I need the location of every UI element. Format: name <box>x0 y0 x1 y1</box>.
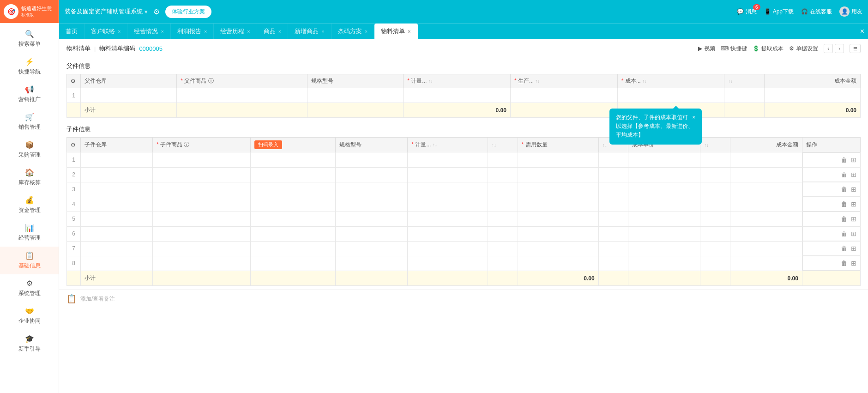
tab-barcode-close[interactable]: × <box>365 29 368 34</box>
logo-sub: 标准版 <box>21 12 52 18</box>
nav-tabs: 首页 客户联络 × 经营情况 × 利润报告 × 经营历程 × 商品 × 新增商品… <box>59 23 868 39</box>
logo-icon: 🎯 <box>4 4 18 19</box>
tab-profit[interactable]: 利润报告 × <box>171 24 214 39</box>
app-download-button[interactable]: 📱 App下载 <box>764 8 794 16</box>
scan-btn-col: 扫码录入 <box>250 138 336 152</box>
parent-col-amount: 成本金额 <box>764 74 860 88</box>
parent-section-title: 父件信息 <box>66 62 861 70</box>
bottom-icon: 📋 <box>66 294 77 304</box>
delete-icon-3[interactable]: 🗑 <box>841 186 847 193</box>
page-actions: ▶ 视频 ⌨ 快捷键 💲 提取成本 ⚙ 单据设置 ‹ › <box>698 44 861 53</box>
single-setting-action[interactable]: ⚙ 单据设置 <box>789 45 818 53</box>
tab-customer[interactable]: 客户联络 × <box>84 24 127 39</box>
child-row-7: 7 🗑 ⊞ <box>67 241 861 256</box>
delete-icon-6[interactable]: 🗑 <box>841 230 847 237</box>
delete-icon-4[interactable]: 🗑 <box>841 200 847 208</box>
tab-operations[interactable]: 经营情况 × <box>127 24 170 39</box>
user-avatar: 👤 <box>839 6 850 17</box>
child-row-8: 8 🗑 ⊞ <box>67 256 861 271</box>
child-subtotal-row: 小计 0.00 0.00 <box>67 271 861 286</box>
child-col-settings[interactable]: ⚙ <box>67 138 81 152</box>
copy-icon-5[interactable]: ⊞ <box>851 215 856 223</box>
user-button[interactable]: 👤 用友 <box>839 6 862 17</box>
tab-bom[interactable]: 物料清单 × <box>374 24 417 39</box>
sidebar-item-10[interactable]: 🤝企业协同 <box>0 302 59 330</box>
copy-icon-8[interactable]: ⊞ <box>851 260 856 267</box>
copy-icon-2[interactable]: ⊞ <box>851 171 856 178</box>
tab-customer-close[interactable]: × <box>118 29 121 34</box>
list-view-icon[interactable]: ☰ <box>850 44 861 53</box>
delete-icon-8[interactable]: 🗑 <box>841 260 847 267</box>
copy-icon-7[interactable]: ⊞ <box>851 245 856 252</box>
delete-icon-2[interactable]: 🗑 <box>841 171 847 178</box>
settings-icon[interactable]: ⚙ <box>151 6 162 18</box>
copy-icon-1[interactable]: ⊞ <box>851 156 856 163</box>
tab-history[interactable]: 经营历程 × <box>214 24 257 39</box>
tab-operations-close[interactable]: × <box>161 29 163 34</box>
video-action[interactable]: ▶ 视频 <box>698 45 715 53</box>
sidebar-item-7[interactable]: 📊经营管理 <box>0 219 59 247</box>
setting-icon: ⚙ <box>789 45 794 52</box>
tab-bom-close[interactable]: × <box>408 29 410 34</box>
copy-icon-4[interactable]: ⊞ <box>851 200 856 208</box>
sidebar-item-4[interactable]: 📦采购管理 <box>0 136 59 163</box>
parent-col-settings[interactable]: ⚙ <box>67 74 81 88</box>
next-arrow[interactable]: › <box>835 44 844 53</box>
sidebar-item-11[interactable]: 🎓新手引导 <box>0 330 59 357</box>
sidebar-item-9[interactable]: ⚙系统管理 <box>0 274 59 302</box>
copy-icon-6[interactable]: ⊞ <box>851 230 856 237</box>
delete-icon-1[interactable]: 🗑 <box>841 156 847 163</box>
parent-col-unit: * 计量... ↑↓ <box>404 74 511 88</box>
sidebar-item-3[interactable]: 🛒销售管理 <box>0 108 59 136</box>
child-col-warehouse: 子件仓库 <box>81 138 153 152</box>
page-header: 物料清单 | 物料清单编码 0000005 ▶ 视频 ⌨ 快捷键 💲 提取成本 <box>59 39 868 58</box>
parent-col-sort: ↑↓ <box>724 74 764 88</box>
breadcrumb-code-label: 物料清单编码 <box>99 44 135 53</box>
tooltip-close-icon[interactable]: × <box>692 113 695 122</box>
sidebar-item-2[interactable]: 📢营销推广 <box>0 80 59 108</box>
child-col-qty: * 需用数量 <box>518 138 598 152</box>
bottom-bar: 📋 添加/查看备注 <box>59 290 868 308</box>
sidebar-item-1[interactable]: ⚡快捷导航 <box>0 53 59 80</box>
tab-goods-close[interactable]: × <box>278 29 281 34</box>
child-row-4: 4 🗑 ⊞ <box>67 197 861 212</box>
tab-close-all[interactable]: × <box>860 27 864 36</box>
parent-subtotal-row: 小计 0.00 0.00 <box>67 103 861 118</box>
shortcut-action[interactable]: ⌨ 快捷键 <box>721 45 747 53</box>
sidebar-item-0[interactable]: 🔍搜索菜单 <box>0 25 59 53</box>
tab-goods[interactable]: 商品 × <box>257 24 288 39</box>
copy-icon-3[interactable]: ⊞ <box>851 186 856 193</box>
shortcut-icon: ⌨ <box>721 45 729 52</box>
sidebar-item-5[interactable]: 🏠库存核算 <box>0 163 59 191</box>
parent-col-cost: * 成本... ↑↓ <box>617 74 724 88</box>
tab-barcode[interactable]: 条码方案 × <box>332 24 374 39</box>
tab-new-goods-close[interactable]: × <box>321 29 324 34</box>
messages-button[interactable]: 💬 6 消息 <box>737 8 757 16</box>
sidebar-nav: 🔍搜索菜单⚡快捷导航📢营销推广🛒销售管理📦采购管理🏠库存核算💰资金管理📊经营管理… <box>0 23 59 393</box>
child-col-action: 操作 <box>802 138 860 152</box>
sidebar-item-8[interactable]: 📋基础信息 <box>0 247 59 274</box>
trial-button[interactable]: 体验行业方案 <box>165 6 211 18</box>
child-table: ⚙ 子件仓库 * 子件商品 ⓘ 扫码录入 规格型号 * 计量... ↑↓ ↑↓ … <box>66 137 861 286</box>
child-section: 子件信息 ⚙ 子件仓库 * 子件商品 ⓘ 扫码录入 规格型号 * 计量... ↑… <box>59 121 868 290</box>
child-section-title: 子件信息 <box>66 125 861 133</box>
service-button[interactable]: 🎧 在线客服 <box>801 8 832 16</box>
system-title: 装备及固定资产辅助管理系统 ▾ <box>65 7 148 16</box>
child-col-amount: 成本金额 <box>730 138 802 152</box>
extract-cost-action[interactable]: 💲 提取成本 <box>753 45 784 53</box>
sidebar-item-6[interactable]: 💰资金管理 <box>0 191 59 219</box>
tab-new-goods[interactable]: 新增商品 × <box>288 24 331 39</box>
topbar-right: 💬 6 消息 📱 App下载 🎧 在线客服 👤 用友 <box>737 6 862 17</box>
scan-input-btn[interactable]: 扫码录入 <box>254 140 282 149</box>
tab-profit-close[interactable]: × <box>204 29 207 34</box>
video-icon: ▶ <box>698 45 702 52</box>
message-badge: 6 <box>753 4 760 10</box>
delete-icon-5[interactable]: 🗑 <box>841 215 847 223</box>
topbar: 装备及固定资产辅助管理系统 ▾ ⚙ 体验行业方案 💬 6 消息 📱 App下载 … <box>59 0 868 23</box>
tab-home[interactable]: 首页 <box>59 24 84 39</box>
delete-icon-7[interactable]: 🗑 <box>841 245 847 252</box>
child-col-sort: ↑↓ <box>488 138 518 152</box>
tab-history-close[interactable]: × <box>247 29 250 34</box>
prev-arrow[interactable]: ‹ <box>824 44 833 53</box>
app-logo: 🎯 畅通诸好生意 标准版 <box>0 0 59 23</box>
